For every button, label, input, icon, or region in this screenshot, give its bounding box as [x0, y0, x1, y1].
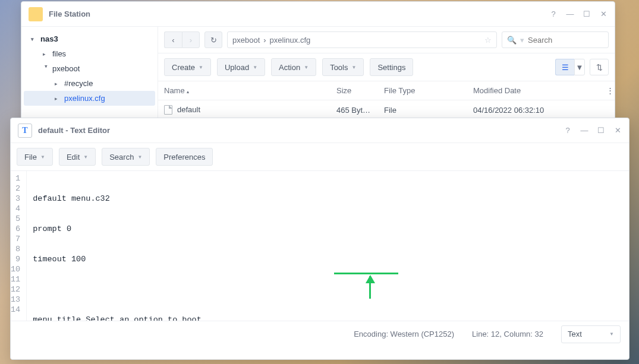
edit-menu[interactable]: Edit▼ — [59, 148, 96, 166]
text-editor-app-icon: T — [18, 124, 32, 138]
code-line: default menu.c32 — [33, 194, 629, 204]
file-menu[interactable]: File▼ — [17, 148, 53, 166]
view-dropdown-button[interactable]: ▼ — [574, 59, 585, 75]
file-station-title: File Station — [49, 10, 90, 18]
search-input[interactable] — [528, 36, 603, 45]
table-header: Name▴ Size File Type Modified Date ⋮ — [158, 81, 615, 100]
preferences-button[interactable]: Preferences — [156, 148, 213, 166]
tree-label: pxeboot — [52, 64, 80, 73]
file-action-bar: Create▼ Upload▼ Action▼ Tools▼ Settings … — [158, 53, 615, 81]
maximize-icon[interactable]: ☐ — [583, 10, 591, 18]
tree-item-recycle[interactable]: ▸#recycle — [24, 76, 155, 91]
text-editor-title: default - Text Editor — [38, 126, 110, 135]
col-header-more-icon[interactable]: ⋮ — [600, 86, 615, 95]
col-header-type[interactable]: File Type — [378, 86, 467, 95]
code-line: prompt 0 — [33, 224, 629, 234]
code-line — [33, 284, 629, 295]
sort-button[interactable]: ⇅ — [590, 59, 609, 75]
settings-button[interactable]: Settings — [370, 58, 413, 76]
line-number-gutter: 1234567891011121314 — [11, 171, 27, 321]
file-type: File — [378, 106, 467, 115]
text-editor-titlebar: T default - Text Editor ? — ☐ ✕ — [11, 118, 629, 143]
annotation-arrow — [369, 276, 371, 299]
col-header-size[interactable]: Size — [330, 86, 378, 95]
folder-app-icon — [29, 7, 43, 21]
table-row[interactable]: default 465 Byt… File 04/16/2022 06:32:1… — [158, 100, 615, 119]
file-icon — [164, 105, 172, 115]
text-editor-window: T default - Text Editor ? — ☐ ✕ File▼ Ed… — [10, 118, 629, 360]
file-name: default — [177, 105, 200, 114]
tree-item-pxeboot[interactable]: ▸pxeboot — [24, 61, 155, 76]
tree-item-pxelinuxcfg[interactable]: ▸pxelinux.cfg — [24, 91, 155, 106]
code-content[interactable]: default menu.c32 prompt 0 timeout 100 me… — [27, 171, 629, 321]
list-view-button[interactable]: ☰ — [555, 59, 574, 75]
breadcrumb-segment[interactable]: pxeboot — [232, 36, 260, 45]
status-bar: Encoding: Western (CP1252) Line: 12, Col… — [11, 321, 629, 347]
annotation-underline — [334, 273, 398, 274]
tree-label: pxelinux.cfg — [64, 94, 105, 103]
breadcrumb-segment[interactable]: pxelinux.cfg — [270, 36, 311, 45]
tree-item-files[interactable]: ▸files — [24, 46, 155, 61]
nav-forward-button[interactable]: › — [182, 31, 200, 48]
close-icon[interactable]: ✕ — [613, 126, 622, 135]
tree-label: files — [52, 49, 66, 58]
close-icon[interactable]: ✕ — [599, 10, 607, 18]
minimize-icon[interactable]: — — [580, 126, 588, 135]
tree-root[interactable]: ▾nas3 — [24, 31, 155, 46]
search-menu[interactable]: Search▼ — [102, 148, 150, 166]
search-box[interactable]: 🔍 ▾ — [502, 31, 609, 48]
file-station-titlebar: File Station ? — ☐ ✕ — [21, 2, 615, 27]
upload-button[interactable]: Upload▼ — [217, 58, 265, 76]
refresh-button[interactable]: ↻ — [204, 31, 222, 48]
breadcrumb[interactable]: pxeboot › pxelinux.cfg ☆ — [227, 31, 497, 48]
maximize-icon[interactable]: ☐ — [597, 126, 605, 135]
code-line: menu title Select an option to boot — [33, 315, 629, 321]
editor-area[interactable]: 1234567891011121314 default menu.c32 pro… — [11, 171, 629, 321]
nav-back-button[interactable]: ‹ — [164, 31, 182, 48]
action-button[interactable]: Action▼ — [271, 58, 316, 76]
help-icon[interactable]: ? — [564, 126, 572, 135]
file-size: 465 Byt… — [330, 106, 378, 115]
help-icon[interactable]: ? — [549, 10, 558, 18]
language-select[interactable]: Text▼ — [561, 325, 621, 343]
search-icon: 🔍 — [507, 36, 517, 45]
encoding-label: Encoding: Western (CP1252) — [354, 330, 454, 338]
col-header-name[interactable]: Name▴ — [158, 86, 330, 95]
tree-label: #recycle — [64, 79, 93, 88]
file-modified: 04/16/2022 06:32:10 — [467, 106, 600, 115]
create-button[interactable]: Create▼ — [164, 58, 211, 76]
breadcrumb-separator: › — [263, 36, 266, 45]
tree-root-label: nas3 — [40, 34, 58, 43]
tools-button[interactable]: Tools▼ — [322, 58, 364, 76]
code-line: timeout 100 — [33, 254, 629, 264]
file-toolbar: ‹ › ↻ pxeboot › pxelinux.cfg ☆ 🔍 ▾ — [158, 27, 615, 53]
minimize-icon[interactable]: — — [566, 10, 574, 18]
col-header-modified[interactable]: Modified Date — [467, 86, 600, 95]
cursor-position-label: Line: 12, Column: 32 — [472, 330, 543, 338]
file-table: Name▴ Size File Type Modified Date ⋮ def… — [158, 81, 615, 119]
star-icon[interactable]: ☆ — [484, 36, 492, 45]
text-editor-menubar: File▼ Edit▼ Search▼ Preferences — [11, 143, 629, 171]
